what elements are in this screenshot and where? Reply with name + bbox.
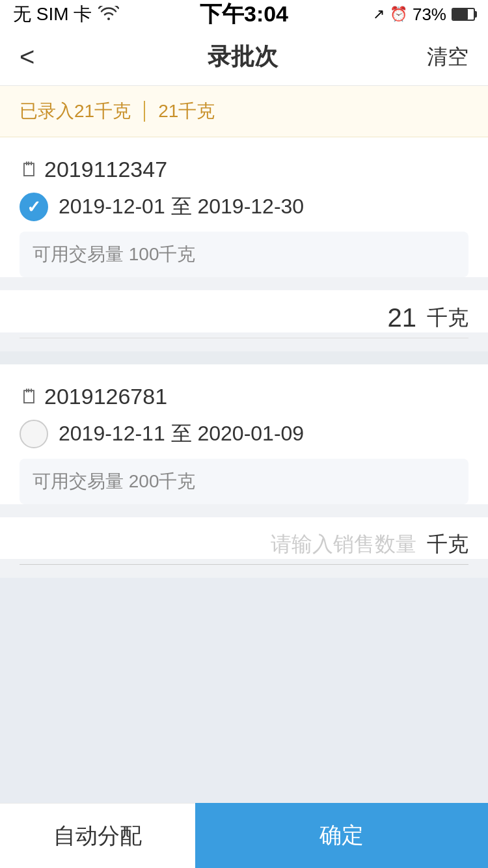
bottom-buttons: 自动分配 确定 — [0, 803, 488, 868]
batch-item-2: 🗒 2019126781 2019-12-11 至 2020-01-09 可用交… — [0, 364, 488, 504]
summary-value: 21千克 — [158, 99, 215, 124]
qty-underline-1 — [20, 338, 468, 338]
available-qty-2: 可用交易量 200千克 — [20, 459, 468, 504]
wifi-icon — [98, 4, 119, 25]
no-sim-label: 无 SIM 卡 — [13, 2, 92, 27]
separator — [0, 351, 488, 364]
status-left: 无 SIM 卡 — [13, 2, 119, 27]
auto-distribute-button[interactable]: 自动分配 — [0, 803, 195, 868]
page-title: 录批次 — [208, 41, 278, 73]
status-time: 下午3:04 — [200, 0, 288, 29]
summary-label: 已录入21千克 — [20, 99, 131, 124]
batch-date-1: 2019-12-01 至 2019-12-30 — [59, 193, 304, 221]
qty-unit-1: 千克 — [427, 304, 468, 332]
qty-input-row-2: 请输入销售数量 千克 — [0, 517, 488, 559]
radio-1[interactable] — [20, 193, 48, 221]
batch-icon-2: 🗒 — [20, 386, 39, 408]
location-icon: ↗ — [373, 6, 385, 23]
status-right: ↗ ⏰ 73% — [373, 5, 475, 25]
batch-date-row-1[interactable]: 2019-12-01 至 2019-12-30 — [20, 193, 468, 221]
radio-2[interactable] — [20, 420, 48, 448]
summary-divider — [144, 101, 145, 122]
qty-value-1[interactable]: 21 — [388, 303, 417, 332]
batch-icon-1: 🗒 — [20, 159, 39, 181]
batch-id-row-1: 🗒 2019112347 — [20, 157, 468, 182]
qty-placeholder-2: 请输入销售数量 — [271, 530, 416, 559]
batch-id-row-2: 🗒 2019126781 — [20, 384, 468, 409]
clear-button[interactable]: 清空 — [427, 43, 468, 72]
status-bar: 无 SIM 卡 下午3:04 ↗ ⏰ 73% — [0, 0, 488, 29]
battery-icon — [452, 8, 475, 21]
summary-banner: 已录入21千克 21千克 — [0, 86, 488, 137]
batch-item-1: 🗒 2019112347 2019-12-01 至 2019-12-30 可用交… — [0, 137, 488, 277]
batch-id-2: 2019126781 — [44, 384, 167, 409]
batch-date-row-2[interactable]: 2019-12-11 至 2020-01-09 — [20, 420, 468, 448]
batch-date-2: 2019-12-11 至 2020-01-09 — [59, 420, 304, 448]
batch-id-1: 2019112347 — [44, 157, 167, 182]
qty-input-row-1: 21 千克 — [0, 290, 488, 332]
nav-bar: < 录批次 清空 — [0, 29, 488, 86]
available-qty-1: 可用交易量 100千克 — [20, 232, 468, 277]
alarm-icon: ⏰ — [390, 6, 407, 23]
qty-underline-2 — [20, 564, 468, 565]
battery-label: 73% — [413, 5, 446, 25]
qty-unit-2: 千克 — [427, 530, 468, 559]
back-button[interactable]: < — [20, 42, 59, 72]
confirm-button[interactable]: 确定 — [195, 803, 488, 868]
